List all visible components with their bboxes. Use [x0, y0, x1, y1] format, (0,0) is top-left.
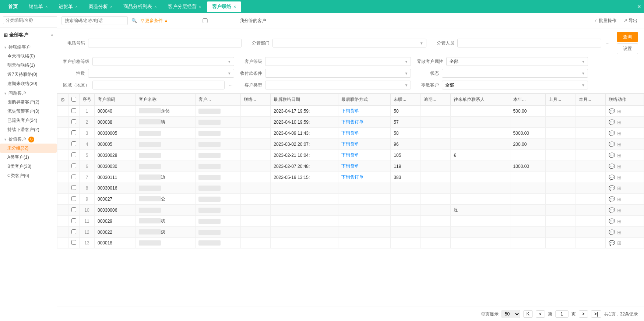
chat-icon-4[interactable]: 💬 [609, 152, 615, 158]
row-check-4[interactable] [71, 152, 76, 157]
sidebar-search-input[interactable] [3, 16, 57, 24]
sidebar-item-churn-warning[interactable]: 流失预警客户(3) [0, 107, 57, 116]
last-method-link-1[interactable]: 下销售订单 [341, 119, 363, 124]
settings-icon[interactable]: ⚙ [60, 97, 65, 103]
all-customers-title[interactable]: ⊞ 全部客户 « [0, 30, 57, 40]
grid-action-icon-5[interactable]: ⊞ [617, 163, 622, 169]
grid-action-icon-1[interactable]: ⊞ [617, 119, 622, 125]
close-analysis-tab[interactable]: × [110, 4, 112, 9]
chat-icon-5[interactable]: 💬 [609, 163, 615, 169]
row-check-6[interactable] [71, 174, 76, 179]
retail-attr-select[interactable]: 全部 [446, 57, 588, 66]
chat-icon-3[interactable]: 💬 [609, 141, 615, 147]
chat-icon-1[interactable]: 💬 [609, 119, 615, 125]
price-level-select[interactable] [92, 57, 234, 66]
sidebar-item-7days[interactable]: 近7天待联络(0) [0, 70, 57, 79]
close-sales-tab[interactable]: × [45, 4, 47, 9]
search-input[interactable] [61, 16, 128, 25]
row-check-0[interactable] [71, 108, 76, 113]
first-page-btn[interactable]: K [523, 310, 533, 318]
close-window-button[interactable]: × [637, 3, 641, 11]
grid-action-icon-11[interactable]: ⊞ [617, 229, 622, 235]
reset-button[interactable]: 设置 [617, 43, 638, 54]
sidebar-item-overdue[interactable]: 逾期未联络(30) [0, 79, 57, 88]
tab-analysis-list[interactable]: 商品分析列表 × [118, 1, 162, 12]
tab-customer-segment[interactable]: 客户分层经营 × [163, 1, 206, 12]
region-input[interactable] [92, 81, 225, 89]
row-check-10[interactable] [71, 218, 76, 223]
sidebar-item-declining[interactable]: 持续下滑客户(2) [0, 125, 57, 134]
grid-action-icon-6[interactable]: ⊞ [617, 174, 622, 180]
batch-ops-btn[interactable]: ☑ 批量操作 [591, 17, 619, 25]
export-btn[interactable]: ↗ 导出 [622, 17, 640, 25]
close-purchase-tab[interactable]: × [75, 4, 77, 9]
sidebar-item-tomorrow[interactable]: 明天待联络(1) [0, 61, 57, 70]
my-customers-checkbox[interactable]: 我分管的客户 [172, 18, 266, 24]
row-check-8[interactable] [71, 196, 76, 201]
last-method-link-5[interactable]: 下销货单 [341, 163, 359, 169]
sidebar-item-c-class[interactable]: C类客户(6) [0, 171, 57, 180]
grid-action-icon-10[interactable]: ⊞ [617, 218, 622, 224]
grid-action-icon-9[interactable]: ⊞ [617, 207, 622, 213]
grid-action-icon-7[interactable]: ⊞ [617, 185, 622, 191]
customer-level-select[interactable] [265, 57, 411, 66]
more-conditions-btn[interactable]: ▽ 更多条件 ▲ [141, 18, 168, 24]
status-select[interactable] [442, 69, 588, 78]
chat-icon-2[interactable]: 💬 [609, 130, 615, 136]
region-dots[interactable]: ··· [228, 82, 234, 88]
last-method-link-4[interactable]: 下销货单 [341, 152, 359, 158]
row-check-1[interactable] [71, 119, 76, 124]
last-method-link-2[interactable]: 下销货单 [341, 130, 359, 135]
grid-action-icon-0[interactable]: ⊞ [617, 108, 622, 114]
grid-action-icon-4[interactable]: ⊞ [617, 152, 622, 158]
chat-icon-7[interactable]: 💬 [609, 185, 615, 191]
row-check-12[interactable] [71, 240, 76, 245]
value-customers-group[interactable]: ▼ 价值客户 ↻ [0, 134, 57, 144]
retail-customer-select[interactable]: 全部 [442, 81, 588, 89]
chat-icon-9[interactable]: 💬 [609, 207, 615, 213]
sidebar-item-a-class[interactable]: A类客户(1) [0, 153, 57, 162]
last-method-link-6[interactable]: 下销售订单 [341, 174, 363, 180]
dept-select[interactable] [272, 39, 426, 47]
close-contact-tab[interactable]: × [233, 4, 236, 9]
select-all-checkbox[interactable] [71, 97, 76, 102]
page-size-select[interactable]: 50 100 [502, 310, 520, 318]
customer-type-select[interactable] [265, 81, 411, 89]
grid-action-icon-3[interactable]: ⊞ [617, 141, 622, 147]
refresh-icon[interactable]: ↻ [28, 137, 34, 142]
next-page-btn[interactable]: > [579, 310, 588, 318]
row-check-9[interactable] [71, 207, 76, 212]
sidebar-item-b-class[interactable]: B类客户(33) [0, 162, 57, 171]
sidebar-item-abnormal[interactable]: 囤购异常客户(2) [0, 98, 57, 107]
prev-page-btn[interactable]: < [536, 310, 545, 318]
my-customers-check[interactable] [172, 18, 238, 23]
tab-home[interactable]: 首页 [3, 1, 23, 12]
tab-sales[interactable]: 销售单 × [24, 1, 53, 12]
grid-action-icon-8[interactable]: ⊞ [617, 196, 622, 202]
payment-select[interactable] [265, 69, 411, 78]
close-analysis-list-tab[interactable]: × [154, 4, 156, 9]
row-check-3[interactable] [71, 141, 76, 146]
sidebar-item-today[interactable]: 今天待联络(0) [0, 52, 57, 61]
last-method-link-0[interactable]: 下销货单 [341, 108, 359, 113]
chat-icon-11[interactable]: 💬 [609, 229, 615, 235]
grid-action-icon-2[interactable]: ⊞ [617, 130, 622, 136]
pending-contact-group[interactable]: ▼ 待联络客户 [0, 42, 57, 52]
chat-icon-8[interactable]: 💬 [609, 196, 615, 202]
query-button[interactable]: 查询 [617, 32, 638, 42]
tab-purchase[interactable]: 进货单 × [53, 1, 82, 12]
problem-customers-group[interactable]: ▼ 问题客户 [0, 88, 57, 98]
sidebar-item-ungrouped[interactable]: 未分组(32) [0, 144, 57, 153]
last-page-btn[interactable]: >| [591, 310, 601, 318]
manager-dots[interactable]: ··· [604, 40, 611, 46]
row-check-11[interactable] [71, 229, 76, 234]
tab-analysis[interactable]: 商品分析 × [84, 1, 117, 12]
tab-customer-contact[interactable]: 客户联络 × [207, 1, 241, 12]
phone-input[interactable] [88, 39, 242, 47]
page-input[interactable] [555, 310, 569, 318]
chat-icon-10[interactable]: 💬 [609, 218, 615, 224]
chat-icon-0[interactable]: 💬 [609, 108, 615, 114]
chat-icon-12[interactable]: 💬 [609, 240, 615, 246]
row-check-2[interactable] [71, 130, 76, 135]
search-filter-icon[interactable]: 🔍 [131, 18, 137, 23]
